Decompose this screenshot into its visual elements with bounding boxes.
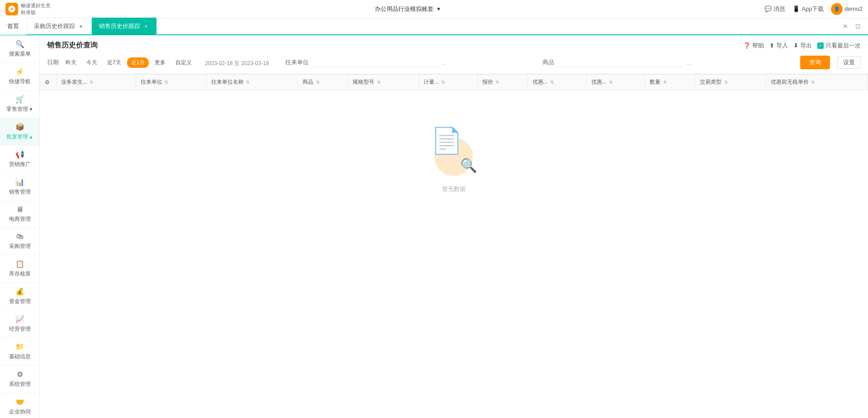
- empty-doc-icon: 📄: [431, 128, 462, 153]
- empty-illustration: 📄 🔍: [429, 126, 479, 176]
- sidebar-item-enterprise-collab[interactable]: 🤝 企业协同: [0, 393, 39, 418]
- sidebar-item-sales[interactable]: 📊 销售管理: [0, 173, 39, 201]
- import-button[interactable]: ⬆ 导入: [769, 42, 788, 50]
- user-profile[interactable]: 👤 demo2: [831, 3, 863, 15]
- sidebar-item-inventory[interactable]: 📋 库存核算: [0, 255, 39, 283]
- sidebar-item-retail[interactable]: 🛒 零售管理 ▼: [0, 90, 39, 118]
- table-header-trade-type[interactable]: 交易类型 ⇅: [695, 75, 766, 90]
- table-header-quote[interactable]: 报价 ⇅: [477, 75, 528, 90]
- counterparty-dots[interactable]: ...: [441, 59, 446, 66]
- quicknav-icon: ⚡: [15, 67, 24, 76]
- main-layout: 🔍 搜索菜单 ⚡ 快捷导航 🛒 零售管理 ▼ 📦 批发管理 ▲ 📢 营销推广: [0, 35, 868, 418]
- sidebar-item-system[interactable]: ⚙ 系统管理: [0, 366, 39, 393]
- table-header-counterparty[interactable]: 往来单位 ⇅: [136, 75, 207, 90]
- tab-purchase-history[interactable]: 采购历史价跟踪 ✕: [27, 18, 92, 35]
- date-btn-more[interactable]: 更多: [151, 57, 170, 68]
- message-button[interactable]: 💬 消息: [764, 5, 785, 13]
- close-window-button[interactable]: ✕: [841, 22, 850, 31]
- marketing-icon: 📢: [15, 150, 24, 159]
- date-btn-today[interactable]: 今天: [82, 57, 101, 68]
- table-header-discount1[interactable]: 优惠... ⇅: [528, 75, 586, 90]
- maximize-window-button[interactable]: ⊡: [854, 22, 863, 31]
- date-btn-custom[interactable]: 自定义: [171, 57, 196, 68]
- checkbox-icon: ✓: [817, 43, 824, 49]
- counterparty-label: 往来单位: [285, 58, 309, 66]
- sort-icon: ⇅: [724, 80, 728, 85]
- filter-row: 日期 昨天 今天 近7天 近1月 更多 自定义 2023-02-18 至 202…: [47, 56, 861, 74]
- tab-close-sales[interactable]: ✕: [143, 23, 149, 29]
- sort-icon: ⇅: [663, 80, 667, 85]
- table-header-discount2[interactable]: 优惠... ⇅: [586, 75, 645, 90]
- tab-close-purchase[interactable]: ✕: [78, 23, 84, 29]
- sidebar-item-wholesale[interactable]: 📦 批发管理 ▲: [0, 118, 39, 146]
- tab-sales-history[interactable]: 销售历史价跟踪 ✕: [92, 18, 157, 35]
- page-title: 销售历史价查询: [47, 41, 98, 50]
- tab-home[interactable]: 首页: [0, 18, 27, 35]
- sales-icon: 📊: [15, 178, 24, 186]
- goods-dots[interactable]: ...: [686, 59, 691, 66]
- date-range-text: 2023-02-18 至 2023-03-18: [205, 60, 269, 67]
- table-header-biz-date[interactable]: 业务发生... ⇅: [57, 75, 136, 90]
- empty-text: 暂无数据: [442, 185, 466, 193]
- counterparty-input[interactable]: [311, 57, 438, 67]
- sort-icon: ⇅: [377, 80, 381, 85]
- sidebar-item-search[interactable]: 🔍 搜索菜单: [0, 35, 39, 63]
- retail-icon: 🛒: [15, 95, 24, 104]
- sidebar-item-marketing[interactable]: 📢 营销推广: [0, 146, 39, 173]
- date-btn-7days[interactable]: 近7天: [103, 57, 125, 68]
- table-header-counterparty-name[interactable]: 往来单位名称 ⇅: [207, 75, 298, 90]
- empty-state-cell: 📄 🔍 暂无数据: [40, 90, 868, 230]
- wholesale-icon: 📦: [15, 123, 24, 131]
- help-button[interactable]: ❓ 帮助: [743, 42, 764, 50]
- app-download-button[interactable]: 📱 App下载: [793, 5, 824, 13]
- sort-icon: ⇅: [165, 80, 168, 85]
- date-filter-group: 日期 昨天 今天 近7天 近1月 更多 自定义: [47, 57, 196, 68]
- table-header-unit[interactable]: 计量... ⇅: [419, 75, 477, 90]
- content-area: 销售历史价查询 ❓ 帮助 ⬆ 导入 ⬇ 导出 ✓: [40, 35, 868, 418]
- settings-button[interactable]: 设置: [837, 56, 861, 69]
- page-header: 销售历史价查询 ❓ 帮助 ⬆ 导入 ⬇ 导出 ✓: [40, 35, 868, 74]
- sidebar-item-operations[interactable]: 📈 经营管理: [0, 310, 39, 338]
- date-btn-yesterday[interactable]: 昨天: [61, 57, 80, 68]
- table-header-spec[interactable]: 规格型号 ⇅: [348, 75, 419, 90]
- sort-icon: ⇅: [316, 80, 320, 85]
- message-icon: 💬: [764, 5, 772, 12]
- search-icon: 🔍: [15, 40, 24, 48]
- table-container: ⚙ 业务发生... ⇅ 往来单位 ⇅ 往来单位名称 ⇅: [40, 74, 868, 418]
- template-selector[interactable]: 办公用品行业模拟账套 ▾: [375, 5, 440, 13]
- table-header-goods[interactable]: 商品 ⇅: [298, 75, 348, 90]
- date-range-display: 2023-02-18 至 2023-03-18: [203, 60, 269, 67]
- avatar: 👤: [831, 3, 843, 15]
- empty-state: 📄 🔍 暂无数据: [40, 90, 868, 229]
- goods-label: 商品: [542, 58, 554, 66]
- sidebar-item-basicinfo[interactable]: 📁 基础信息: [0, 338, 39, 366]
- date-btn-1month[interactable]: 近1月: [127, 57, 149, 68]
- import-icon: ⬆: [769, 42, 774, 49]
- ecommerce-icon: 🖥: [16, 205, 24, 214]
- query-button[interactable]: 查询: [800, 56, 830, 69]
- chevron-up-icon: ▲: [29, 134, 33, 139]
- date-label: 日期: [47, 58, 59, 66]
- export-button[interactable]: ⬇ 导出: [793, 42, 812, 50]
- sidebar-item-ecommerce[interactable]: 🖥 电商管理: [0, 201, 39, 228]
- tab-bar: 首页 采购历史价跟踪 ✕ 销售历史价跟踪 ✕ ✕ ⊡: [0, 18, 868, 35]
- system-icon: ⚙: [17, 370, 23, 379]
- chevron-down-icon: ▾: [437, 5, 440, 12]
- table-header-qty[interactable]: 数量 ⇅: [645, 75, 695, 90]
- page-title-row: 销售历史价查询 ❓ 帮助 ⬆ 导入 ⬇ 导出 ✓: [47, 41, 861, 50]
- chevron-down-icon: ▼: [29, 107, 33, 112]
- goods-input[interactable]: [557, 57, 684, 67]
- sidebar-item-purchase[interactable]: 🛍 采购管理: [0, 228, 39, 255]
- table-header-settings[interactable]: ⚙: [40, 75, 57, 90]
- sort-icon: ⇅: [495, 80, 499, 85]
- sort-icon: ⇅: [246, 80, 250, 85]
- table-header-pre-discount-price[interactable]: 优惠前无税单价 ⇅: [766, 75, 868, 90]
- sort-icon: ⇅: [609, 80, 613, 85]
- sidebar-item-quicknav[interactable]: ⚡ 快捷导航: [0, 63, 39, 90]
- only-last-checkbox-item[interactable]: ✓ 只看最后一次: [817, 42, 861, 50]
- sidebar-item-finance[interactable]: 💰 资金管理: [0, 283, 39, 310]
- logo-area: 畅捷通好生意 标准版: [5, 2, 51, 15]
- inventory-icon: 📋: [15, 260, 24, 268]
- export-icon: ⬇: [793, 42, 798, 49]
- purchase-icon: 🛍: [16, 233, 24, 241]
